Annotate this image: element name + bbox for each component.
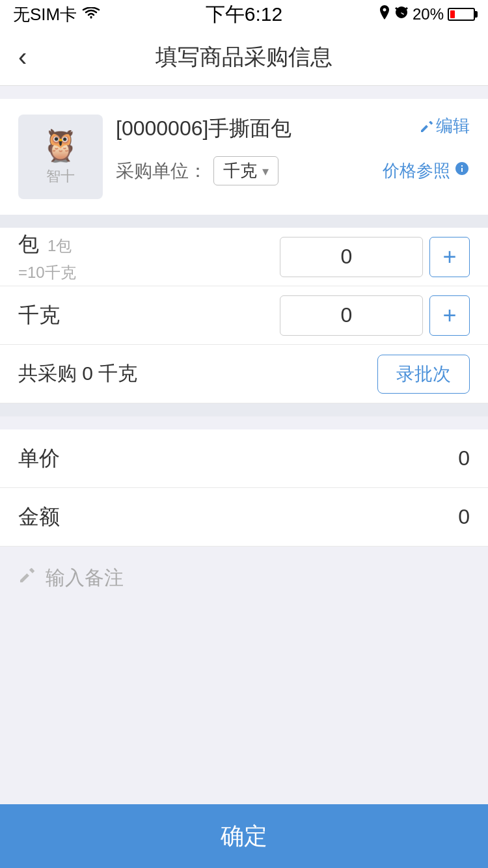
amount-value: 0 — [458, 505, 470, 529]
bao-plus-button[interactable]: + — [429, 237, 470, 277]
remark-placeholder: 输入备注 — [46, 565, 124, 591]
wifi-icon — [82, 5, 100, 25]
unit-price-value: 0 — [458, 446, 470, 470]
input-section: 包 1包=10千克 + 千克 + 共采购 0 千克 录批次 — [0, 228, 488, 403]
back-button[interactable]: ‹ — [18, 42, 27, 72]
price-section: 单价 0 金额 0 — [0, 429, 488, 547]
kg-input[interactable] — [280, 295, 423, 336]
info-icon — [454, 161, 470, 181]
batch-button[interactable]: 录批次 — [377, 355, 470, 394]
summary-value: 0 — [82, 362, 98, 384]
unit-dropdown[interactable]: 千克 ▾ — [213, 156, 278, 185]
pencil-icon — [18, 566, 36, 589]
status-left: 无SIM卡 — [13, 3, 100, 26]
section-divider-1 — [0, 215, 488, 228]
unit-value: 千克 — [223, 159, 257, 182]
status-time: 下午6:12 — [206, 1, 282, 28]
unit-label: 采购单位： 千克 ▾ — [116, 156, 278, 185]
battery-icon — [448, 8, 475, 21]
product-unit-row: 采购单位： 千克 ▾ 价格参照 — [116, 156, 470, 185]
kg-plus-button[interactable]: + — [429, 295, 470, 336]
bao-input-right: + — [96, 237, 470, 277]
bao-input-row: 包 1包=10千克 + — [0, 228, 488, 286]
kg-label: 千克 — [18, 301, 96, 330]
nav-bar: ‹ 填写商品采购信息 — [0, 29, 488, 86]
product-image-subtext: 智十 — [46, 167, 75, 186]
amount-row: 金额 0 — [0, 488, 488, 547]
status-bar: 无SIM卡 下午6:12 20% — [0, 0, 488, 29]
amount-label: 金额 — [18, 503, 60, 532]
product-info: [0000006]手撕面包 编辑 采购单位： 千克 ▾ 价格参照 — [116, 115, 470, 185]
battery-percent: 20% — [413, 5, 444, 23]
price-ref-button[interactable]: 价格参照 — [383, 159, 470, 182]
product-owl-icon: 🦉 — [41, 128, 80, 164]
location-icon — [379, 5, 390, 23]
kg-input-row: 千克 + — [0, 286, 488, 345]
section-divider-2 — [0, 403, 488, 416]
summary-row: 共采购 0 千克 录批次 — [0, 345, 488, 403]
main-content: 🦉 智十 [0000006]手撕面包 编辑 采购单位： 千克 ▾ — [0, 99, 488, 675]
product-name: [0000006]手撕面包 — [116, 115, 291, 143]
page-title: 填写商品采购信息 — [156, 42, 332, 72]
product-image: 🦉 智十 — [18, 115, 103, 199]
kg-input-right: + — [96, 295, 470, 336]
alarm-icon — [394, 5, 409, 23]
remark-section[interactable]: 输入备注 — [0, 547, 488, 612]
confirm-button[interactable]: 确定 — [0, 804, 488, 868]
unit-price-label: 单价 — [18, 444, 60, 473]
bao-input[interactable] — [280, 237, 423, 277]
product-edit-button[interactable]: 编辑 — [419, 115, 470, 137]
summary-text: 共采购 0 千克 — [18, 360, 137, 387]
status-right: 20% — [379, 5, 475, 23]
unit-price-row: 单价 0 — [0, 429, 488, 488]
carrier-text: 无SIM卡 — [13, 3, 77, 26]
bao-label: 包 1包=10千克 — [18, 230, 96, 283]
product-card: 🦉 智十 [0000006]手撕面包 编辑 采购单位： 千克 ▾ — [0, 99, 488, 215]
dropdown-arrow-icon: ▾ — [262, 163, 269, 179]
product-header: [0000006]手撕面包 编辑 — [116, 115, 470, 143]
